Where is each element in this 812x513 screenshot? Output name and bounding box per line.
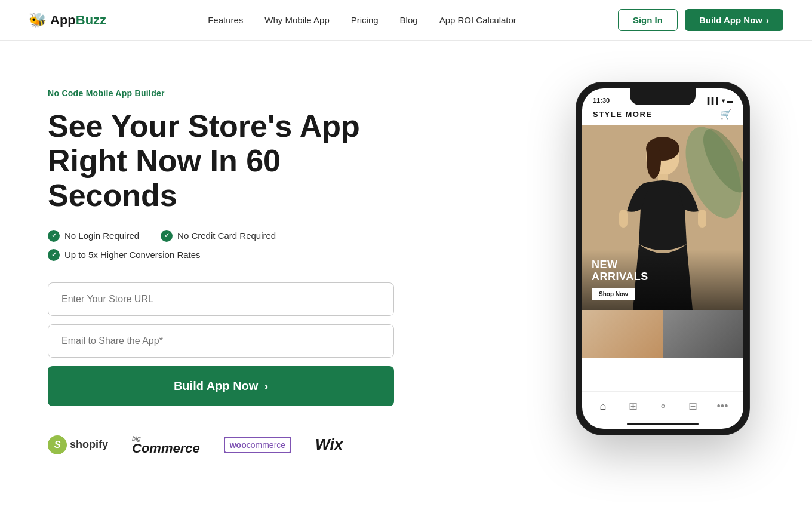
hero-tag: No Code Mobile App Builder (48, 88, 406, 98)
signin-button[interactable]: Sign In (618, 9, 678, 31)
grid-nav-icon[interactable]: ⊞ (625, 398, 641, 414)
arrow-icon: › (766, 15, 769, 25)
home-indicator (627, 423, 699, 425)
feature-no-credit: No Credit Card Required (161, 230, 276, 242)
nav-actions: Sign In Build App Now › (618, 9, 783, 31)
logo-bee-icon: 🐝 (29, 12, 47, 29)
phone-mockup-container: 11:30 ▌▌▌ ▾ ▬ STYLE MORE 🛒 (561, 76, 764, 435)
navbar: 🐝 AppBuzz Features Why Mobile App Pricin… (0, 0, 812, 41)
feature-row-1: No Login Required No Credit Card Require… (48, 230, 406, 242)
phone-outer: 11:30 ▌▌▌ ▾ ▬ STYLE MORE 🛒 (576, 82, 749, 435)
phone-store-name: STYLE MORE (593, 110, 653, 119)
arrow-icon: › (264, 379, 268, 393)
banner-title: NEW ARRIVALS (592, 259, 734, 283)
battery-icon: ▬ (727, 97, 733, 104)
profile-nav-icon[interactable]: ⚬ (654, 398, 671, 414)
nav-why-mobile[interactable]: Why Mobile App (264, 15, 329, 25)
phone-thumbnails (582, 310, 743, 391)
bigcommerce-logo: big Commerce (132, 435, 200, 455)
partner-logos: S shopify big Commerce woocommerce Wix (48, 435, 406, 455)
hero-section: No Code Mobile App Builder See Your Stor… (0, 41, 812, 512)
phone-cart-icon: 🛒 (720, 109, 733, 120)
shop-now-button[interactable]: Shop Now (592, 288, 635, 300)
build-app-main-button[interactable]: Build App Now › (48, 366, 394, 406)
phone-bottom-nav: ⌂ ⊞ ⚬ ⊟ ••• (582, 391, 743, 423)
more-nav-icon[interactable]: ••• (714, 398, 731, 414)
home-nav-icon[interactable]: ⌂ (595, 398, 611, 414)
thumbnail-1 (582, 310, 663, 358)
shopify-text: shopify (70, 438, 108, 451)
svg-rect-8 (698, 210, 706, 228)
build-app-nav-button[interactable]: Build App Now › (685, 9, 783, 31)
phone-time: 11:30 (593, 97, 610, 104)
store-url-input[interactable] (48, 282, 394, 316)
woocommerce-logo: woocommerce (224, 437, 291, 453)
thumbnail-2 (663, 310, 743, 358)
phone-app-header: STYLE MORE 🛒 (582, 106, 743, 125)
email-input[interactable] (48, 324, 394, 358)
nav-blog[interactable]: Blog (400, 15, 418, 25)
logo-link[interactable]: 🐝 AppBuzz (29, 12, 106, 29)
check-icon (48, 249, 60, 261)
phone-banner: NEW ARRIVALS Shop Now (582, 125, 743, 310)
feature-conversion: Up to 5x Higher Conversion Rates (48, 249, 201, 261)
hero-form: Build App Now › (48, 282, 406, 406)
svg-rect-7 (619, 210, 628, 228)
check-icon (48, 230, 60, 242)
status-icons: ▌▌▌ ▾ ▬ (708, 97, 733, 104)
logo-text: AppBuzz (50, 13, 106, 28)
check-icon (161, 230, 173, 242)
hero-features: No Login Required No Credit Card Require… (48, 230, 406, 261)
hero-title: See Your Store's App Right Now In 60 Sec… (48, 109, 406, 213)
hero-left: No Code Mobile App Builder See Your Stor… (48, 76, 406, 455)
banner-overlay: NEW ARRIVALS Shop Now (582, 250, 743, 310)
phone-notch (630, 88, 696, 105)
wix-logo: Wix (315, 435, 343, 454)
feature-no-login: No Login Required (48, 230, 139, 242)
nav-links: Features Why Mobile App Pricing Blog App… (208, 15, 516, 25)
shopify-s-icon: S (48, 435, 67, 454)
nav-roi[interactable]: App ROI Calculator (439, 15, 516, 25)
shopify-logo: S shopify (48, 435, 108, 454)
nav-pricing[interactable]: Pricing (351, 15, 379, 25)
cart-nav-icon[interactable]: ⊟ (684, 398, 701, 414)
feature-row-2: Up to 5x Higher Conversion Rates (48, 249, 406, 261)
signal-icon: ▌▌▌ (708, 97, 720, 104)
nav-features[interactable]: Features (208, 15, 243, 25)
phone-inner: 11:30 ▌▌▌ ▾ ▬ STYLE MORE 🛒 (582, 88, 743, 429)
wifi-icon: ▾ (722, 97, 725, 104)
svg-point-5 (647, 143, 661, 179)
